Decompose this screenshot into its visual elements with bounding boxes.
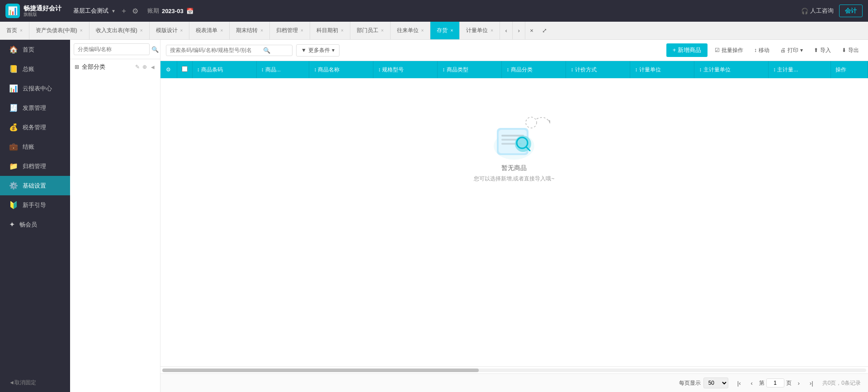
tab-dept-close[interactable]: × [381,28,384,33]
period-value: 2023-03 [162,8,184,14]
tab-period-end-label: 期末结转 [236,27,258,34]
category-collapse-icon[interactable]: ◄ [150,64,156,71]
top-right: 🎧 人工咨询 会计 [801,5,863,17]
sidebar-item-basic[interactable]: ⚙️ 基础设置 [0,176,70,195]
next-page-button[interactable]: › [793,378,804,388]
last-page-button[interactable]: ›| [806,378,817,388]
more-conditions-arrow: ▾ [332,47,335,53]
tab-template[interactable]: 模版设计 × [150,22,190,40]
print-button[interactable]: 🖨 打印 ▾ [777,45,807,56]
filter-search-icon[interactable]: 🔍 [263,47,270,54]
sidebar-item-reports[interactable]: 📊 云报表中心 [0,79,70,98]
company-name: 基层工会测试 [73,7,108,15]
settings-icon[interactable]: ⚙ [132,7,138,15]
export-button[interactable]: ⬇ 导出 [838,45,863,56]
add-workspace-button[interactable]: ＋ [120,6,127,16]
th-code[interactable]: ↕ 商品... [256,61,309,78]
sidebar-reports-label: 云报表中心 [23,85,52,93]
th-main-unit[interactable]: ↕ 主计量单位 [694,61,769,78]
account-button[interactable]: 会计 [839,5,863,17]
select-all-checkbox[interactable] [182,66,188,72]
invoice-icon: 🧾 [9,104,18,112]
tab-unit[interactable]: 计量单位 × [460,22,500,40]
tab-tax-list-close[interactable]: × [220,28,223,33]
tab-inventory-close[interactable]: × [450,28,453,33]
sidebar-item-settle[interactable]: 💼 结账 [0,137,70,156]
tab-period-end-close[interactable]: × [260,28,263,33]
move-button[interactable]: ↕ 移动 [750,45,773,56]
th-spec-label: ↕ 规格型号 [378,66,404,74]
page-input[interactable] [766,378,784,387]
tab-account-init-close[interactable]: × [341,28,344,33]
th-col3[interactable]: ↕ 主计量... [769,61,831,78]
tab-income-close[interactable]: × [140,28,143,33]
tab-partner-close[interactable]: × [421,28,424,33]
top-bar: 📊 畅捷通好会计 旗舰版 基层工会测试 ▼ ＋ ⚙ 账期 2023-03 📅 🎧… [0,0,868,22]
th-name[interactable]: ↕ 商品名称 [309,61,373,78]
tab-balance[interactable]: 资产负债表(中期) × [29,22,90,40]
th-category[interactable]: ↕ 商品分类 [502,61,566,78]
sidebar-item-invoice[interactable]: 🧾 发票管理 [0,98,70,118]
tab-home-close[interactable]: × [20,28,23,33]
sidebar-collapse-label: ◄取消固定 [9,379,36,387]
category-label[interactable]: 全部分类 [82,63,132,71]
sidebar-item-home[interactable]: 🏠 首页 [0,40,70,59]
tab-home[interactable]: 首页 × [0,22,29,40]
th-barcode[interactable]: ↕ 商品条码 [192,61,256,78]
sidebar-item-ledger[interactable]: 📒 总账 [0,59,70,79]
th-settings[interactable]: ⚙ [160,61,177,78]
sidebar-collapse-button[interactable]: ◄取消固定 [0,373,70,392]
tab-tax-list[interactable]: 税表清单 × [189,22,230,40]
th-action: 操作 [831,61,868,78]
settle-icon: 💼 [9,142,18,151]
category-add-icon[interactable]: ⊕ [142,64,147,70]
category-edit-icon[interactable]: ✎ [135,64,140,70]
tab-unit-close[interactable]: × [491,28,493,33]
logo-icon: 📊 [5,4,20,18]
calendar-icon[interactable]: 📅 [186,8,193,14]
tab-template-close[interactable]: × [180,28,183,33]
add-product-button[interactable]: + 新增商品 [666,43,708,57]
filter-search-input[interactable] [170,47,260,53]
tab-partner[interactable]: 往来单位 × [391,22,431,40]
import-button[interactable]: ⬆ 导入 [810,45,835,56]
page-size-dropdown[interactable]: 50 100 200 [703,378,728,388]
horizontal-scrollbar[interactable] [160,366,868,373]
sidebar-item-archive[interactable]: 📁 归档管理 [0,156,70,176]
prev-page-button[interactable]: ‹ [746,378,757,388]
th-unit[interactable]: ↕ 计量单位 [630,61,694,78]
company-selector[interactable]: 基层工会测试 ▼ [73,7,116,15]
sidebar-member-label: 畅会员 [19,221,37,229]
tab-scroll-left[interactable]: ‹ [500,22,513,40]
sidebar-item-member[interactable]: ✦ 畅会员 [0,215,70,234]
tab-inventory[interactable]: 存货 × [430,22,460,40]
sidebar-item-guide[interactable]: 🔰 新手引导 [0,195,70,215]
tab-income[interactable]: 收入支出表(年报) × [90,22,150,40]
tab-balance-close[interactable]: × [80,28,83,33]
tab-account-init[interactable]: 科目期初 × [310,22,350,40]
tab-scroll-right[interactable]: › [513,22,525,40]
tab-expand-button[interactable]: ⤢ [538,22,551,40]
tab-close-all-button[interactable]: × [525,22,538,40]
empty-illustration [478,105,550,164]
category-search-input[interactable] [74,43,150,55]
th-type[interactable]: ↕ 商品类型 [438,61,502,78]
th-price-method[interactable]: ↕ 计价方式 [566,61,630,78]
help-button[interactable]: 🎧 人工咨询 [801,7,834,15]
category-search-icon[interactable]: 🔍 [151,46,159,53]
tab-period-end[interactable]: 期末结转 × [230,22,270,40]
more-conditions-button[interactable]: ▼ 更多条件 ▾ [296,44,340,57]
th-spec[interactable]: ↕ 规格型号 [373,61,438,78]
empty-row: 暂无商品 您可以选择新增,或者直接导入哦~ [160,78,868,210]
tab-archive-close[interactable]: × [301,28,303,33]
batch-button[interactable]: ☑ 批量操作 [711,45,747,56]
scrollbar-thumb[interactable] [162,368,479,372]
sidebar-settle-label: 结账 [23,143,34,151]
tab-archive[interactable]: 归档管理 × [270,22,310,40]
first-page-button[interactable]: |‹ [734,378,745,388]
tab-dept[interactable]: 部门员工 × [350,22,391,40]
tab-home-label: 首页 [6,27,17,34]
sidebar-item-tax[interactable]: 💰 税务管理 [0,118,70,137]
th-checkbox[interactable] [177,61,192,78]
sidebar: 🏠 首页 📒 总账 📊 云报表中心 🧾 发票管理 💰 税务管理 💼 结账 📁 归… [0,40,70,392]
